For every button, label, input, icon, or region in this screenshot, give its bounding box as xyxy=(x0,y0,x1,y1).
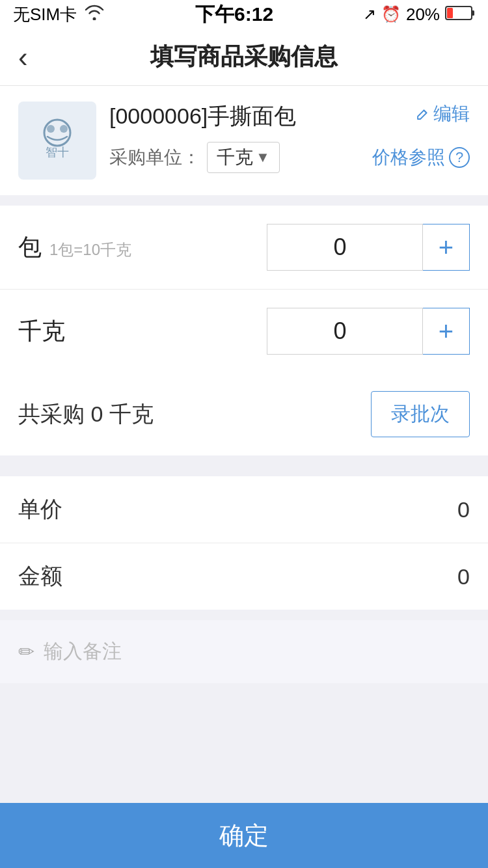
pencil-icon: ✏ xyxy=(18,640,34,663)
confirm-bar[interactable]: 确定 xyxy=(0,803,488,868)
status-left: 无SIM卡 xyxy=(13,3,105,26)
unit-price-value: 0 xyxy=(457,497,470,522)
svg-rect-2 xyxy=(472,10,474,16)
product-info: [0000006]手撕面包 编辑 采购单位： 千克 ▼ xyxy=(109,102,470,173)
location-icon: ↗ xyxy=(363,5,376,23)
bao-input-control: + xyxy=(267,224,470,271)
edit-button[interactable]: 编辑 xyxy=(415,102,470,126)
total-row: 共采购 0 千克 录批次 xyxy=(0,373,488,455)
bao-label-text: 包 xyxy=(18,232,42,264)
battery-icon xyxy=(445,5,475,25)
unit-select-value: 千克 xyxy=(217,145,253,170)
bao-plus-button[interactable]: + xyxy=(423,224,470,271)
price-section: 单价 0 金额 0 xyxy=(0,476,488,610)
divider-1 xyxy=(0,195,488,206)
bao-sublabel: 1包=10千克 xyxy=(49,239,131,260)
batch-record-button[interactable]: 录批次 xyxy=(371,391,470,437)
bao-label: 包 1包=10千克 xyxy=(18,232,131,264)
price-ref-question-icon: ? xyxy=(449,147,470,168)
svg-rect-1 xyxy=(447,8,453,18)
remarks-section[interactable]: ✏ 输入备注 xyxy=(0,620,488,683)
svg-point-4 xyxy=(47,125,55,133)
kg-label: 千克 xyxy=(18,316,65,347)
kg-input-control: + xyxy=(267,308,470,355)
amount-value: 0 xyxy=(457,564,470,590)
back-button[interactable]: ‹ xyxy=(18,43,28,72)
svg-point-5 xyxy=(60,125,68,133)
input-section: 包 1包=10千克 + 千克 + xyxy=(0,206,488,373)
nav-bar: ‹ 填写商品采购信息 xyxy=(0,29,488,86)
wifi-icon xyxy=(83,5,105,25)
status-time: 下午6:12 xyxy=(195,1,273,28)
page-title: 填写商品采购信息 xyxy=(150,41,338,73)
product-unit-row: 采购单位： 千克 ▼ 价格参照 ? xyxy=(109,142,470,173)
total-label: 共采购 xyxy=(18,401,85,426)
kg-plus-button[interactable]: + xyxy=(423,308,470,355)
total-text: 共采购 0 千克 xyxy=(18,400,154,429)
unit-label: 采购单位： xyxy=(109,145,200,170)
amount-label: 金额 xyxy=(18,562,62,591)
product-card: 智十 [0000006]手撕面包 编辑 采购单位： 千 xyxy=(0,86,488,195)
divider-2 xyxy=(0,455,488,466)
product-name-row: [0000006]手撕面包 编辑 xyxy=(109,102,470,131)
price-ref-label: 价格参照 xyxy=(372,145,445,170)
unit-select-dropdown[interactable]: 千克 ▼ xyxy=(207,142,280,173)
product-logo: 智十 xyxy=(31,112,83,169)
total-amount: 0 xyxy=(90,401,103,426)
kg-quantity-input[interactable] xyxy=(267,308,423,355)
main-content: 智十 [0000006]手撕面包 编辑 采购单位： 千 xyxy=(0,86,488,868)
bao-quantity-input[interactable] xyxy=(267,224,423,271)
unit-price-row: 单价 0 xyxy=(0,476,488,543)
amount-row: 金额 0 xyxy=(0,543,488,610)
alarm-icon: ⏰ xyxy=(381,5,401,23)
kg-label-text: 千克 xyxy=(18,316,65,347)
unit-price-label: 单价 xyxy=(18,495,62,524)
price-reference-button[interactable]: 价格参照 ? xyxy=(372,145,470,170)
svg-point-3 xyxy=(44,120,70,146)
status-right: ↗ ⏰ 20% xyxy=(363,5,475,25)
status-bar: 无SIM卡 下午6:12 ↗ ⏰ 20% xyxy=(0,0,488,29)
svg-text:智十: 智十 xyxy=(46,146,69,159)
total-unit: 千克 xyxy=(109,401,154,426)
battery-percent: 20% xyxy=(406,5,440,25)
confirm-label: 确定 xyxy=(219,819,269,852)
remarks-placeholder: 输入备注 xyxy=(44,638,122,665)
dropdown-arrow-icon: ▼ xyxy=(256,149,270,166)
product-full-name: [0000006]手撕面包 xyxy=(109,102,296,131)
carrier-text: 无SIM卡 xyxy=(13,3,77,26)
product-image: 智十 xyxy=(18,102,96,180)
unit-selector-group: 采购单位： 千克 ▼ xyxy=(109,142,280,173)
kg-input-row: 千克 + xyxy=(0,290,488,373)
bao-input-row: 包 1包=10千克 + xyxy=(0,206,488,290)
